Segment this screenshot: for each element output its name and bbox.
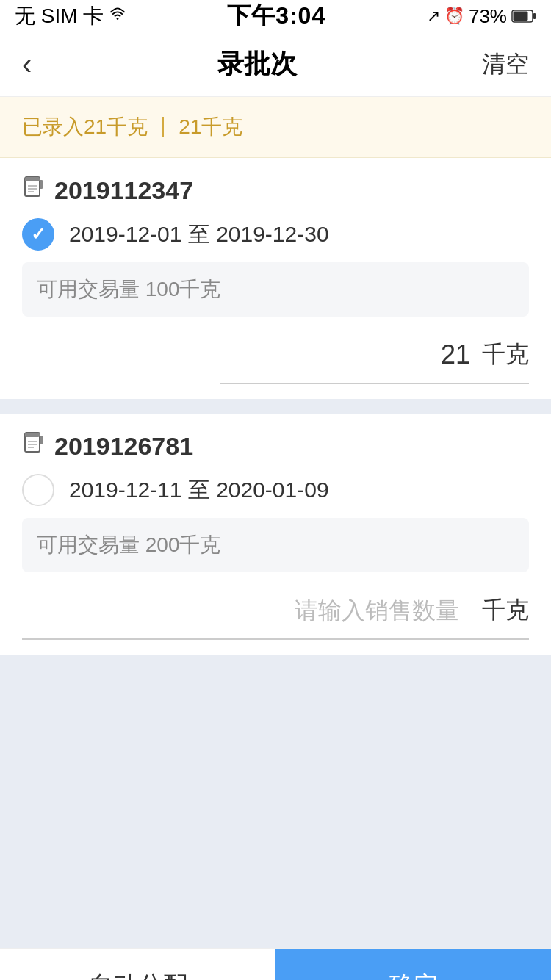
quantity-input[interactable]	[22, 597, 470, 624]
item-1-header: 2019112347	[0, 158, 551, 212]
bottom-bar: 自动分配 确定	[0, 948, 551, 980]
svg-point-0	[117, 18, 119, 20]
item-2-radio[interactable]	[22, 474, 54, 506]
status-left: 无 SIM 卡	[15, 2, 126, 30]
summary-banner: 已录入21千克 21千克	[0, 97, 551, 158]
item-1-radio[interactable]	[22, 218, 54, 251]
item-1-quantity-row: 21 千克	[0, 331, 551, 383]
svg-rect-5	[25, 177, 40, 181]
svg-rect-3	[533, 13, 536, 19]
back-button[interactable]: ‹	[22, 48, 32, 81]
battery-icon	[511, 10, 536, 23]
status-bar: 无 SIM 卡 下午3:04 ↗ ⏰ 73%	[0, 0, 551, 32]
item-1-unit: 千克	[482, 339, 529, 371]
spacer-area	[0, 655, 551, 948]
auto-distribute-button[interactable]: 自动分配	[0, 949, 276, 980]
item-2-row[interactable]: 2019-12-11 至 2020-01-09	[0, 468, 551, 512]
item-card-1: 2019112347 2019-12-01 至 2019-12-30 可用交易量…	[0, 158, 551, 399]
gap-1	[0, 399, 551, 414]
item-2-doc-icon	[22, 431, 46, 461]
status-time: 下午3:04	[227, 0, 325, 32]
item-card-2: 2019126781 2019-12-11 至 2020-01-09 可用交易量…	[0, 414, 551, 655]
svg-rect-2	[514, 12, 528, 21]
item-2-input-row[interactable]: 千克	[0, 587, 551, 638]
item-1-bottom-spacer	[0, 384, 551, 399]
page-title: 录批次	[217, 46, 297, 82]
summary-label: 已录入21千克	[22, 113, 148, 141]
item-2-date: 2019-12-11 至 2020-01-09	[69, 475, 329, 505]
status-right: ↗ ⏰ 73%	[427, 5, 536, 28]
location-icon: ↗	[427, 7, 440, 26]
confirm-button[interactable]: 确定	[276, 949, 551, 980]
summary-divider	[162, 117, 164, 137]
battery-text: 73%	[469, 5, 507, 28]
item-1-availability: 可用交易量 100千克	[22, 262, 529, 317]
wifi-icon	[109, 4, 126, 28]
item-2-doc-number: 2019126781	[54, 432, 193, 461]
svg-rect-9	[40, 180, 43, 189]
item-1-doc-number: 2019112347	[54, 176, 193, 205]
item-1-quantity-value: 21	[441, 339, 470, 370]
item-2-bottom-spacer	[0, 640, 551, 655]
clear-button[interactable]: 清空	[482, 48, 529, 81]
item-1-doc-icon	[22, 176, 46, 205]
no-sim-text: 无 SIM 卡	[15, 2, 104, 30]
summary-value: 21千克	[179, 113, 242, 141]
alarm-icon: ⏰	[444, 7, 464, 26]
item-2-availability: 可用交易量 200千克	[22, 518, 529, 572]
item-2-unit: 千克	[482, 594, 529, 627]
item-1-row[interactable]: 2019-12-01 至 2019-12-30	[0, 212, 551, 256]
item-1-date: 2019-12-01 至 2019-12-30	[69, 220, 329, 250]
svg-rect-15	[40, 436, 43, 444]
svg-rect-11	[25, 433, 40, 437]
item-2-header: 2019126781	[0, 414, 551, 468]
nav-bar: ‹ 录批次 清空	[0, 32, 551, 97]
